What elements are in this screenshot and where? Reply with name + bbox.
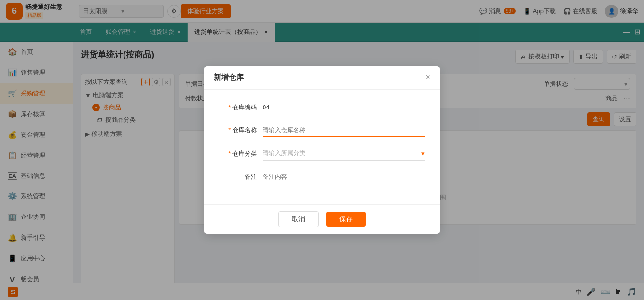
dialog-footer: 取消 保存	[204, 204, 440, 234]
field-code-label: 仓库编码	[219, 103, 257, 112]
dialog-body: 仓库编码 仓库名称 仓库分类 请输入所属分类 ▾ 备注	[204, 90, 440, 204]
field-remark-label: 备注	[219, 173, 257, 181]
field-category-label: 仓库分类	[219, 150, 257, 158]
form-row-name: 仓库名称	[219, 124, 425, 137]
cancel-button[interactable]: 取消	[278, 211, 319, 227]
field-name-label: 仓库名称	[219, 126, 257, 134]
form-row-code: 仓库编码	[219, 101, 425, 114]
warehouse-name-input[interactable]	[263, 124, 425, 137]
save-button[interactable]: 保存	[326, 212, 366, 227]
form-row-remark: 备注	[219, 170, 425, 183]
dialog-title: 新增仓库	[214, 73, 244, 83]
form-row-category: 仓库分类 请输入所属分类 ▾	[219, 146, 425, 161]
warehouse-category-select[interactable]: 请输入所属分类 ▾	[263, 146, 425, 161]
dialog-overlay: 新增仓库 × 仓库编码 仓库名称 仓库分类 请输入所属分类 ▾	[0, 0, 644, 300]
category-chevron-icon: ▾	[421, 150, 425, 157]
dialog-header: 新增仓库 ×	[204, 66, 440, 90]
warehouse-remark-input[interactable]	[263, 170, 425, 183]
new-warehouse-dialog: 新增仓库 × 仓库编码 仓库名称 仓库分类 请输入所属分类 ▾	[204, 66, 440, 234]
warehouse-code-input[interactable]	[263, 101, 425, 114]
dialog-close-button[interactable]: ×	[425, 73, 430, 83]
